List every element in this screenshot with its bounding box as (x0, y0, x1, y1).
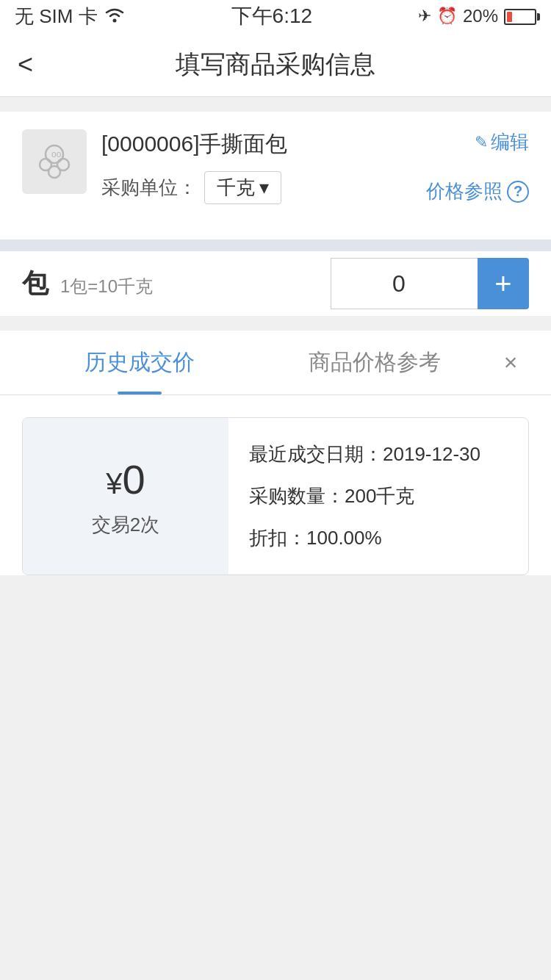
dropdown-arrow-icon: ▾ (259, 176, 269, 199)
price-yen-symbol: ¥ (106, 467, 122, 500)
status-right: ✈ ⏰ 20% (418, 6, 536, 26)
sim-label: 无 SIM 卡 (15, 4, 98, 29)
unit-select[interactable]: 千克 ▾ (204, 171, 281, 204)
tab-panel: 历史成交价 商品价格参考 × ¥0 交易2次 最近成交日期：2019-12-30… (0, 331, 551, 575)
tab-price-reference[interactable]: 商品价格参考 (257, 331, 492, 394)
battery-icon (504, 6, 536, 26)
page-title: 填写商品采购信息 (176, 48, 375, 82)
unit-conversion: 1包=10千克 (60, 275, 153, 298)
product-card: oo [0000006]手撕面包 采购单位： 千克 ▾ ✎ 编辑 (0, 112, 551, 239)
history-discount: 折扣：100.00% (249, 524, 508, 552)
history-last-date: 最近成交日期：2019-12-30 (249, 440, 508, 469)
price-ref-help-icon: ? (507, 181, 529, 203)
quantity-input-group: + (331, 258, 529, 309)
edit-icon: ✎ (475, 133, 488, 152)
quantity-value: 200千克 (345, 485, 414, 507)
product-name: [0000006]手撕面包 (101, 129, 287, 159)
product-header: oo [0000006]手撕面包 采购单位： 千克 ▾ ✎ 编辑 (22, 129, 529, 204)
price-reference-button[interactable]: 价格参照 ? (426, 179, 529, 204)
price-value: 0 (123, 456, 145, 502)
alarm-icon: ⏰ (437, 7, 457, 26)
quantity-row: 包 1包=10千克 + (0, 251, 551, 316)
location-icon: ✈ (418, 7, 431, 26)
tab-history-price[interactable]: 历史成交价 (22, 331, 257, 394)
quantity-label: 采购数量： (249, 485, 345, 507)
wifi-icon (104, 5, 126, 28)
quantity-input[interactable] (331, 258, 478, 309)
unit-value: 千克 (217, 175, 255, 201)
price-ref-label: 价格参照 (426, 179, 503, 204)
discount-value: 100.00% (306, 527, 382, 549)
nav-bar: < 填写商品采购信息 (0, 32, 551, 97)
svg-point-4 (48, 166, 60, 178)
product-info: [0000006]手撕面包 采购单位： 千克 ▾ (101, 129, 287, 204)
svg-point-0 (112, 18, 116, 22)
unit-label: 采购单位： (101, 175, 197, 201)
product-actions: ✎ 编辑 价格参照 ? (426, 129, 529, 204)
status-bar: 无 SIM 卡 下午6:12 ✈ ⏰ 20% (0, 0, 551, 32)
tab-header: 历史成交价 商品价格参考 × (0, 331, 551, 395)
unit-info: 包 1包=10千克 (22, 266, 153, 302)
history-transaction-count: 交易2次 (92, 512, 159, 538)
history-card: ¥0 交易2次 最近成交日期：2019-12-30 采购数量：200千克 折扣：… (22, 417, 529, 575)
tab-reference-label: 商品价格参考 (309, 347, 441, 378)
quantity-plus-button[interactable]: + (478, 258, 529, 309)
history-price-block: ¥0 交易2次 (23, 418, 228, 574)
product-thumbnail: oo (22, 129, 87, 194)
bottom-area (0, 597, 551, 891)
discount-label: 折扣： (249, 527, 306, 549)
product-left: oo [0000006]手撕面包 采购单位： 千克 ▾ (22, 129, 287, 204)
edit-label: 编辑 (491, 129, 529, 155)
edit-button[interactable]: ✎ 编辑 (475, 129, 529, 155)
section-divider (0, 239, 551, 251)
last-date-label: 最近成交日期： (249, 443, 383, 465)
status-time: 下午6:12 (231, 2, 313, 30)
battery-percent: 20% (463, 6, 498, 26)
history-price: ¥0 (106, 455, 145, 503)
history-detail: 最近成交日期：2019-12-30 采购数量：200千克 折扣：100.00% (228, 418, 528, 574)
back-button[interactable]: < (18, 49, 33, 80)
history-quantity: 采购数量：200千克 (249, 482, 508, 511)
unit-main: 包 (22, 266, 48, 302)
status-left: 无 SIM 卡 (15, 4, 126, 29)
svg-text:oo: oo (51, 149, 62, 159)
tab-history-label: 历史成交价 (84, 347, 195, 378)
last-date-value: 2019-12-30 (383, 443, 480, 465)
tab-close-button[interactable]: × (492, 345, 529, 381)
product-unit-row: 采购单位： 千克 ▾ (101, 171, 287, 204)
